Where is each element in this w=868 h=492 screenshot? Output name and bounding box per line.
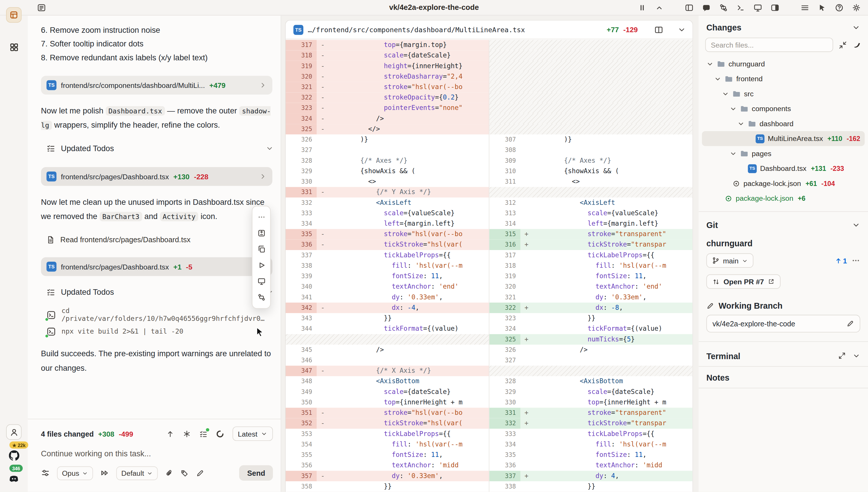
terminal-section-header[interactable]: Terminal xyxy=(699,346,868,365)
terminal-command-row[interactable]: npx vite build 2>&1 | tail -20 xyxy=(46,325,273,337)
open-pr-button[interactable]: Open PR #7 xyxy=(706,274,780,289)
search-input[interactable] xyxy=(705,38,833,52)
todos-status-button[interactable] xyxy=(199,429,208,438)
diff-added-line: 316+ tickStroke="transpar xyxy=(489,240,693,250)
deletions: -104 xyxy=(821,179,835,188)
terminal-command-row[interactable]: cd /private/var/folders/10/h7w0q46556ggr… xyxy=(46,309,273,321)
git-section-header[interactable]: Git xyxy=(699,216,868,233)
diff-header: TS …/frontend/src/components/dashboard/M… xyxy=(286,21,693,40)
git-compare-button[interactable] xyxy=(719,3,728,13)
display-button[interactable] xyxy=(753,3,763,13)
grid-icon xyxy=(9,42,18,52)
diff-marker xyxy=(317,313,329,323)
context-tag-button[interactable] xyxy=(181,469,189,477)
line-number: 324 xyxy=(489,324,520,334)
diff-marker xyxy=(520,481,533,492)
diff-context-line: 329 scale={dateScale} xyxy=(489,387,693,397)
diff-context-line: 307 )} xyxy=(489,134,693,145)
help-button[interactable] xyxy=(834,3,844,13)
fast-forward-button[interactable] xyxy=(100,468,109,477)
file-diff-chip[interactable]: TS frontend/src/pages/Dashboard.tsx +130… xyxy=(41,167,272,186)
git-more-button[interactable] xyxy=(851,256,861,265)
tree-file-multilinearea-tsx[interactable]: TSMultiLineArea.tsx+110-162 xyxy=(702,131,865,146)
tree-file-package-lock-json[interactable]: package-lock.json+61-104 xyxy=(702,176,865,191)
git-compare-icon xyxy=(719,3,728,12)
updated-todos-toggle[interactable]: Updated Todos xyxy=(46,141,274,156)
updated-todos-toggle[interactable]: Updated Todos xyxy=(46,284,274,300)
diff-row: 341 dy: '0.33em',321 dy: '0.33em', xyxy=(286,292,693,302)
chevron-down-icon xyxy=(266,145,274,152)
collapse-all-button[interactable] xyxy=(839,41,847,49)
read-file-row[interactable]: Read frontend/src/pages/Dashboard.tsx xyxy=(46,233,273,246)
tree-folder-dashboard[interactable]: dashboard xyxy=(702,116,865,131)
chat-button[interactable] xyxy=(701,3,711,13)
settings-button[interactable] xyxy=(851,3,861,13)
code-text: }} xyxy=(533,313,693,323)
edit-branch-button[interactable] xyxy=(846,320,854,327)
account-button[interactable] xyxy=(6,424,22,440)
pr-arrows-icon xyxy=(712,278,720,285)
code-text: tickLabelProps={{ xyxy=(533,250,693,261)
discord-link[interactable]: 346 xyxy=(6,471,22,486)
code-text: top={margin.top} xyxy=(329,40,489,50)
scroll-top-button[interactable] xyxy=(166,429,174,438)
diff-button[interactable] xyxy=(253,225,269,241)
file-diff-chip[interactable]: TS frontend/src/components/dashboard/Mul… xyxy=(41,76,272,95)
expand-terminal-button[interactable] xyxy=(838,352,846,360)
bird-button[interactable] xyxy=(852,40,862,49)
tree-folder-frontend[interactable]: frontend xyxy=(702,71,865,86)
github-link[interactable]: ★ 22k xyxy=(6,448,22,463)
tree-folder-pages[interactable]: pages xyxy=(702,146,865,161)
write-button[interactable] xyxy=(196,469,205,477)
model-selector[interactable]: Opus xyxy=(57,466,93,480)
diff-context-line: 324 tickFormat={(value) xyxy=(489,324,693,334)
working-branch-input[interactable] xyxy=(712,319,842,328)
diff-filler xyxy=(489,187,693,198)
compare-button[interactable] xyxy=(253,289,269,305)
diff-removed-line: 321- stroke="hsl(var(--bo xyxy=(286,82,489,92)
play-button[interactable] xyxy=(253,257,269,273)
copy-button[interactable] xyxy=(253,241,269,257)
workspace-tab-active[interactable] xyxy=(6,7,22,23)
file-diff-chip[interactable]: TS frontend/src/pages/Dashboard.tsx +1 -… xyxy=(41,257,272,276)
split-view-button[interactable] xyxy=(654,25,663,34)
tree-label: MultiLineArea.tsx xyxy=(768,134,823,143)
terminal-chevron[interactable] xyxy=(852,352,861,360)
panel-left-button[interactable] xyxy=(684,3,694,13)
collapse-up-button[interactable] xyxy=(654,3,664,13)
changes-section-header[interactable]: Changes xyxy=(699,19,868,35)
diff-context-line: 328 {/* Axes */} xyxy=(286,155,489,166)
workspaces-button[interactable] xyxy=(8,42,20,52)
pointer-share-button[interactable] xyxy=(817,3,827,13)
feed-button[interactable] xyxy=(37,3,46,13)
branch-row: main 1 xyxy=(699,252,868,269)
tree-file-package-lock-json[interactable]: package-lock.json+6 xyxy=(702,191,865,206)
attach-button[interactable] xyxy=(165,469,173,477)
composer-input[interactable] xyxy=(41,449,273,458)
commits-ahead[interactable]: 1 xyxy=(835,256,847,265)
notes-section-header[interactable]: Notes xyxy=(699,368,868,387)
pause-button[interactable] xyxy=(637,3,647,13)
asterisk-button[interactable] xyxy=(182,429,191,438)
panel-right-button[interactable] xyxy=(770,3,780,13)
branch-selector[interactable]: main xyxy=(706,253,753,268)
send-button[interactable]: Send xyxy=(239,465,273,481)
panel-left-icon xyxy=(685,3,694,12)
mode-selector[interactable]: Default xyxy=(116,466,158,480)
latest-selector[interactable]: Latest xyxy=(232,426,273,441)
display-button[interactable] xyxy=(253,273,269,289)
diff-marker: - xyxy=(317,240,329,250)
diff-marker xyxy=(317,166,329,176)
tree-file-dashboard-tsx[interactable]: TSDashboard.tsx+131-233 xyxy=(702,161,865,176)
composer-settings-button[interactable] xyxy=(41,468,50,477)
collapse-diff-button[interactable] xyxy=(678,26,686,34)
tree-folder-components[interactable]: components xyxy=(702,101,865,116)
more-button[interactable] xyxy=(253,209,269,225)
diff-row: 318- scale={dateScale} xyxy=(286,50,693,61)
code-text: textAnchor: 'midd xyxy=(329,460,489,471)
menu-button[interactable] xyxy=(800,3,810,13)
tree-folder-src[interactable]: src xyxy=(702,86,865,101)
tree-folder-churnguard[interactable]: churnguard xyxy=(702,56,865,71)
github-stars-badge: ★ 22k xyxy=(9,442,28,449)
terminal-button[interactable] xyxy=(736,3,746,13)
